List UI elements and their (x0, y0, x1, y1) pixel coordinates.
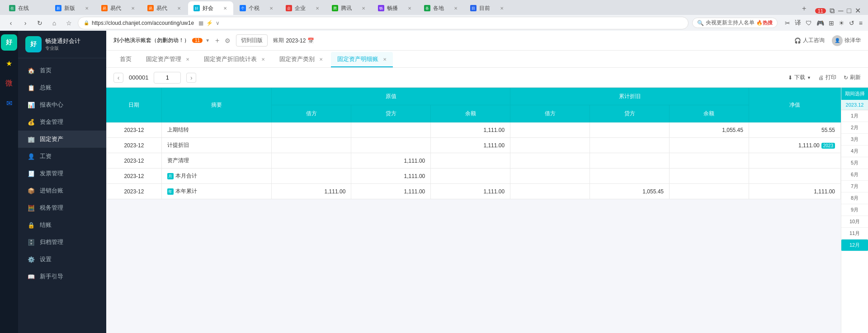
page-tab-tab-fixed-mgmt[interactable]: 固定资产管理✕ (140, 52, 196, 67)
period-year-selected[interactable]: 2023.12 (841, 100, 868, 110)
period-month-4月[interactable]: 4月 (841, 145, 868, 157)
sidebar-item-ledger[interactable]: 📋总账 (18, 79, 106, 96)
scissors-icon[interactable]: ✂ (785, 19, 790, 27)
accumulated-dep-header: 累计折旧 (510, 88, 749, 105)
back-button[interactable]: ‹ (5, 18, 16, 28)
new-tab-button[interactable]: + (798, 2, 811, 15)
period-month-3月[interactable]: 3月 (841, 134, 868, 145)
nav-label-fixed: 固定资产 (40, 135, 63, 143)
sidebar-item-fixed[interactable]: 🏢固定资产 (18, 131, 106, 148)
user-menu[interactable]: 👤 徐泽华 (832, 35, 861, 46)
tab-close-tab10[interactable]: ✕ (453, 5, 458, 12)
sidebar-item-home[interactable]: 🏠首页 (18, 62, 106, 79)
tab-close-tab3[interactable]: ✕ (130, 5, 136, 12)
grid-icon[interactable]: ⊞ (829, 19, 834, 27)
app-logo-icon[interactable]: 好 (1, 34, 17, 51)
browser-tab-tab11[interactable]: 目目前✕ (465, 1, 510, 15)
page-tab-tab-fixed-detail[interactable]: 固定资产明细账✕ (331, 52, 393, 67)
mail-icon[interactable]: ✉ (2, 96, 16, 110)
period-month-9月[interactable]: 9月 (841, 204, 868, 216)
tab-close-tab4[interactable]: ✕ (176, 5, 182, 12)
browser-tab-tab7[interactable]: 企企业✕ (280, 1, 326, 15)
tab-close-tab8[interactable]: ✕ (361, 5, 366, 12)
page-tab-close-tab-fixed-cat[interactable]: ✕ (319, 57, 323, 62)
page-tab-close-tab-fixed-detail[interactable]: ✕ (383, 57, 387, 62)
period-month-7月[interactable]: 7月 (841, 181, 868, 192)
sidebar-item-closing[interactable]: 🔒结账 (18, 216, 106, 234)
browser-tab-tab5[interactable]: 好好会✕ (188, 1, 233, 15)
page-tab-tab-home[interactable]: 首页 (113, 52, 138, 67)
weibo-icon[interactable]: 微 (2, 76, 16, 90)
browser-tab-tab1[interactable]: 在在线 (4, 1, 49, 15)
download-dropdown-icon[interactable]: ▼ (807, 75, 811, 80)
reload-button[interactable]: ↻ (34, 18, 45, 28)
browser-tab-tab8[interactable]: 腾腾讯✕ (326, 1, 372, 15)
maximize-btn[interactable]: □ (847, 7, 851, 15)
table-wrapper[interactable]: 日期 摘要 原值 累计折旧 净值 借方 贷方 余额 借方 (106, 88, 841, 333)
tab-close-tab11[interactable]: ✕ (499, 5, 505, 12)
refresh-button[interactable]: ↻ 刷新 (844, 74, 861, 81)
browser-tab-tab6[interactable]: 个个税✕ (234, 1, 279, 15)
help-button[interactable]: 🎧 人工咨询 (794, 37, 825, 44)
sun-icon[interactable]: ☀ (839, 19, 844, 27)
dropdown-icon[interactable]: ∨ (216, 20, 220, 26)
sidebar-item-salary[interactable]: 👤工资 (18, 148, 106, 165)
browser-tab-tab10[interactable]: 各各地✕ (419, 1, 464, 15)
page-number-input[interactable] (154, 72, 181, 84)
close-browser-btn[interactable]: ✕ (855, 6, 861, 15)
restore-btn[interactable]: ⧉ (830, 7, 835, 15)
home-browser-button[interactable]: ⌂ (49, 18, 60, 28)
browser-tab-tab4[interactable]: 易易代✕ (142, 1, 187, 15)
minimize-btn[interactable]: ─ (838, 7, 843, 15)
settings-icon[interactable]: ⚙ (225, 37, 231, 44)
forward-button[interactable]: › (20, 18, 31, 28)
account-selector[interactable]: 刘小艳演示账套（勿删勿动！） 11 ▼ (113, 37, 210, 44)
undo-icon[interactable]: ↺ (849, 19, 854, 27)
shield-icon[interactable]: 🛡 (806, 19, 812, 27)
add-account-btn[interactable]: + (215, 37, 219, 45)
sidebar-item-guide[interactable]: 📖新手引导 (18, 268, 106, 285)
period-month-8月[interactable]: 8月 (841, 192, 868, 204)
print-button[interactable]: 🖨 打印 (818, 74, 836, 81)
switch-version-button[interactable]: 切到旧版 (236, 34, 268, 47)
sidebar-item-archive[interactable]: 🗄️归档管理 (18, 234, 106, 251)
sidebar-item-fund[interactable]: 💰资金管理 (18, 113, 106, 131)
calendar-icon[interactable]: 📅 (307, 38, 314, 44)
next-page-button[interactable]: › (186, 73, 196, 83)
page-tab-close-tab-fixed-dep-stat[interactable]: ✕ (261, 57, 265, 62)
sidebar-item-tax[interactable]: 🧮税务管理 (18, 199, 106, 216)
page-tab-tab-fixed-cat[interactable]: 固定资产类别✕ (273, 52, 329, 67)
sidebar-item-settings[interactable]: ⚙️设置 (18, 251, 106, 268)
address-bar[interactable]: 🔒 https://cloud.chanjet.com/accounting/u… (78, 17, 689, 29)
download-button[interactable]: ⬇ 下载 ▼ (788, 74, 811, 81)
star-icon[interactable]: ★ (2, 56, 16, 70)
translate-icon[interactable]: 译 (795, 19, 801, 27)
bookmark-button[interactable]: ☆ (63, 18, 74, 28)
tab-close-tab9[interactable]: ✕ (407, 5, 412, 12)
period-month-5月[interactable]: 5月 (841, 157, 868, 169)
menu-icon[interactable]: ≡ (859, 19, 863, 27)
browser-tab-tab3[interactable]: 易易代✕ (96, 1, 141, 15)
tab-close-tab7[interactable]: ✕ (315, 5, 320, 12)
period-month-12月[interactable]: 12月 (841, 239, 868, 251)
sidebar-item-report[interactable]: 📊报表中心 (18, 96, 106, 113)
browser-tab-tab2[interactable]: 新新版✕ (50, 1, 95, 15)
account-dropdown-icon[interactable]: ▼ (205, 38, 210, 43)
period-month-1月[interactable]: 1月 (841, 110, 868, 122)
page-tab-tab-fixed-dep-stat[interactable]: 固定资产折旧统计表✕ (198, 52, 271, 67)
tab-close-tab6[interactable]: ✕ (269, 5, 274, 12)
sidebar-item-inventory[interactable]: 📦进销台账 (18, 182, 106, 199)
prev-page-button[interactable]: ‹ (113, 73, 123, 83)
period-month-11月[interactable]: 11月 (841, 228, 868, 239)
search-bar[interactable]: 🔍 央视更新主持人名单 🔥热搜 (692, 18, 778, 28)
gamepad-icon[interactable]: 🎮 (816, 19, 824, 27)
period-month-10月[interactable]: 10月 (841, 216, 868, 228)
tab-close-tab5[interactable]: ✕ (222, 5, 228, 12)
amount-cell: 1,111.00 (351, 184, 431, 199)
period-month-6月[interactable]: 6月 (841, 169, 868, 181)
sidebar-item-invoice[interactable]: 🧾发票管理 (18, 165, 106, 182)
tab-close-tab2[interactable]: ✕ (84, 5, 90, 12)
period-month-2月[interactable]: 2月 (841, 122, 868, 134)
page-tab-close-tab-fixed-mgmt[interactable]: ✕ (186, 57, 189, 62)
browser-tab-tab9[interactable]: 畅畅播✕ (373, 1, 418, 15)
